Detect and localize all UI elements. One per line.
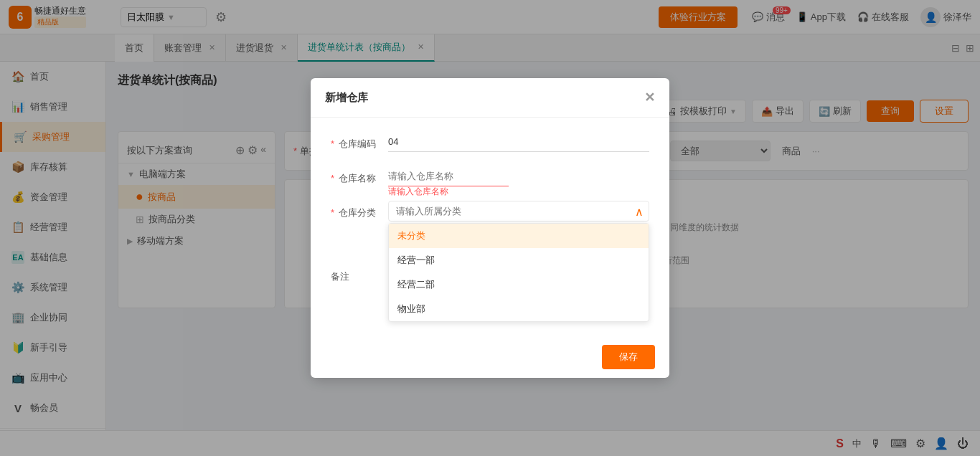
warehouse-name-input[interactable]: [388, 166, 509, 186]
warehouse-category-row: * 仓库分类 ∧ 未分类 经营一部 经营二部 物业部: [331, 201, 649, 222]
dropdown-item-property[interactable]: 物业部: [389, 297, 649, 321]
warehouse-name-label: * 仓库名称: [331, 166, 388, 185]
required-star-code: *: [331, 138, 334, 149]
modal-footer: 保存: [311, 336, 669, 378]
modal-header: 新增仓库 ✕: [311, 78, 669, 118]
dropdown-item-ops1[interactable]: 经营一部: [389, 248, 649, 272]
modal-overlay: 新增仓库 ✕ * 仓库编码 * 仓库名称: [0, 0, 980, 456]
modal-close-button[interactable]: ✕: [644, 90, 655, 105]
warehouse-category-wrap: ∧ 未分类 经营一部 经营二部 物业部: [388, 201, 649, 222]
warehouse-category-input[interactable]: [388, 201, 649, 222]
warehouse-code-label: * 仓库编码: [331, 132, 388, 151]
save-button[interactable]: 保存: [602, 345, 655, 369]
warehouse-name-row: * 仓库名称 请输入仓库名称: [331, 166, 649, 186]
dropdown-item-ops2[interactable]: 经营二部: [389, 272, 649, 297]
modal-body: * 仓库编码 * 仓库名称 请输入仓库名称 *: [311, 118, 669, 336]
modal-title: 新增仓库: [325, 91, 368, 105]
warehouse-name-error: 请输入仓库名称: [388, 186, 448, 198]
required-star-cat: *: [331, 207, 334, 218]
category-dropdown: 未分类 经营一部 经营二部 物业部: [388, 223, 649, 322]
remark-label: 备注: [331, 265, 388, 283]
add-warehouse-modal: 新增仓库 ✕ * 仓库编码 * 仓库名称: [311, 78, 669, 378]
category-arrow-icon[interactable]: ∧: [635, 204, 644, 218]
warehouse-code-input[interactable]: [388, 132, 649, 152]
warehouse-category-label: * 仓库分类: [331, 201, 388, 219]
dropdown-item-uncategorized[interactable]: 未分类: [389, 224, 649, 248]
required-star-name: *: [331, 173, 334, 184]
warehouse-code-row: * 仓库编码: [331, 132, 649, 152]
